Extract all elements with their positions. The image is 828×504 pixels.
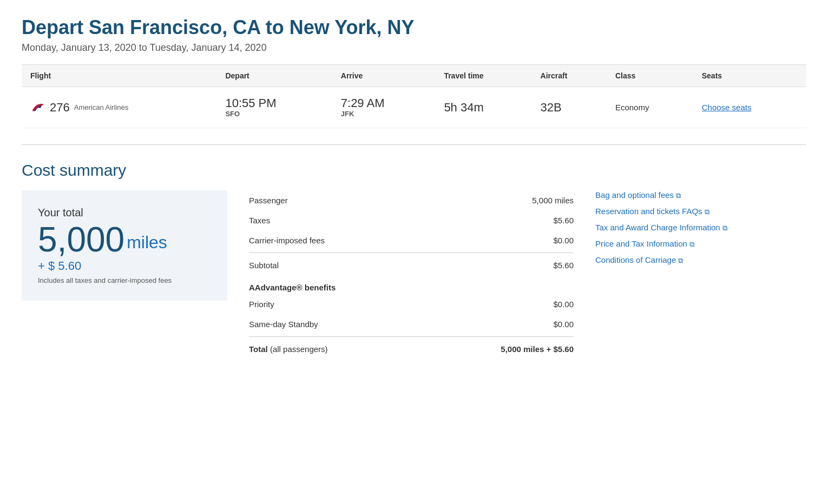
cost-summary-title: Cost summary [22, 161, 806, 180]
airline-logo-icon [30, 100, 45, 115]
col-class: Class [607, 65, 693, 87]
cost-row-standby: Same-day Standby $0.00 [249, 314, 574, 334]
total-value: 5,000 miles + $5.60 [501, 344, 574, 354]
cost-details: Passenger 5,000 miles Taxes $5.60 Carrie… [249, 190, 574, 359]
your-total-amount: 5,000miles [38, 222, 211, 257]
cost-summary-layout: Your total 5,000miles + $ 5.60 Includes … [22, 190, 806, 359]
external-link-icon-0: ⧉ [676, 191, 681, 200]
your-total-box: Your total 5,000miles + $ 5.60 Includes … [22, 190, 227, 301]
price-tax-info-link[interactable]: Price and Tax Information ⧉ [595, 239, 736, 249]
priority-label: Priority [249, 300, 274, 309]
flight-cell: 276 American Airlines [22, 87, 216, 128]
benefits-header: AAdvantage® benefits [249, 275, 574, 294]
airline-name: American Airlines [74, 103, 128, 111]
carrier-fees-value: $0.00 [553, 236, 574, 245]
depart-airport: SFO [225, 110, 323, 118]
passenger-value: 5,000 miles [532, 196, 574, 205]
your-total-plus-cash: + $ 5.60 [38, 259, 211, 273]
cost-and-links: Passenger 5,000 miles Taxes $5.60 Carrie… [249, 190, 806, 359]
priority-value: $0.00 [553, 300, 574, 309]
price-tax-info-label: Price and Tax Information [595, 239, 687, 248]
cost-row-carrier-fees: Carrier-imposed fees $0.00 [249, 230, 574, 250]
aircraft-cell: 32B [532, 87, 607, 128]
subtotal-value: $5.60 [553, 261, 574, 270]
passenger-label: Passenger [249, 196, 288, 205]
page-subtitle: Monday, January 13, 2020 to Tuesday, Jan… [22, 42, 806, 54]
tax-award-link[interactable]: Tax and Award Charge Information ⧉ [595, 223, 736, 233]
standby-value: $0.00 [553, 320, 574, 329]
links-column: Bag and optional fees ⧉ Reservation and … [595, 190, 736, 359]
arrive-time: 7:29 AM [341, 97, 427, 110]
col-aircraft: Aircraft [532, 65, 607, 87]
bag-fees-link[interactable]: Bag and optional fees ⧉ [595, 190, 736, 200]
bag-fees-label: Bag and optional fees [595, 190, 674, 200]
class-name: Economy [615, 103, 649, 112]
tax-award-label: Tax and Award Charge Information [595, 223, 720, 232]
total-label: Total (all passengers) [249, 344, 328, 354]
external-link-icon-3: ⧉ [689, 240, 694, 249]
cost-row-taxes: Taxes $5.60 [249, 210, 574, 230]
subtotal-label: Subtotal [249, 261, 279, 270]
your-total-label: Your total [38, 207, 211, 219]
total-qualifier: (all passengers) [270, 344, 328, 354]
class-cell: Economy [607, 87, 693, 128]
conditions-of-carriage-label: Conditions of Carriage [595, 255, 676, 264]
flight-number: 276 [50, 101, 70, 115]
col-arrive: Arrive [332, 65, 436, 87]
conditions-of-carriage-link[interactable]: Conditions of Carriage ⧉ [595, 255, 736, 265]
taxes-value: $5.60 [553, 216, 574, 225]
arrive-airport: JFK [341, 110, 427, 118]
col-seats: Seats [693, 65, 806, 87]
cost-row-total: Total (all passengers) 5,000 miles + $5.… [249, 339, 574, 359]
page-title: Depart San Francisco, CA to New York, NY [22, 16, 806, 39]
aircraft-code: 32B [541, 101, 562, 114]
reservation-faqs-link[interactable]: Reservation and tickets FAQs ⧉ [595, 207, 736, 216]
cost-row-passenger: Passenger 5,000 miles [249, 190, 574, 210]
your-total-note: Includes all taxes and carrier-imposed f… [38, 276, 211, 284]
cost-row-priority: Priority $0.00 [249, 294, 574, 314]
external-link-icon-4: ⧉ [678, 256, 683, 265]
seats-cell[interactable]: Choose seats [693, 87, 806, 128]
section-divider [22, 144, 806, 145]
standby-label: Same-day Standby [249, 320, 318, 329]
miles-word: miles [127, 233, 167, 252]
col-depart: Depart [216, 65, 332, 87]
col-flight: Flight [22, 65, 216, 87]
arrive-cell: 7:29 AM JFK [332, 87, 436, 128]
col-travel-time: Travel time [435, 65, 531, 87]
choose-seats-link[interactable]: Choose seats [702, 103, 752, 112]
carrier-fees-label: Carrier-imposed fees [249, 236, 325, 245]
reservation-faqs-label: Reservation and tickets FAQs [595, 207, 702, 216]
depart-time: 10:55 PM [225, 97, 323, 110]
travel-time-cell: 5h 34m [435, 87, 531, 128]
cost-divider-2 [249, 336, 574, 337]
miles-amount: 5,000 [38, 220, 124, 259]
flight-table: Flight Depart Arrive Travel time Aircraf… [22, 64, 806, 128]
travel-time: 5h 34m [444, 101, 483, 114]
taxes-label: Taxes [249, 216, 270, 225]
cost-divider-1 [249, 253, 574, 253]
depart-cell: 10:55 PM SFO [216, 87, 332, 128]
cost-row-subtotal: Subtotal $5.60 [249, 255, 574, 275]
external-link-icon-2: ⧉ [722, 224, 727, 233]
external-link-icon-1: ⧉ [705, 208, 709, 216]
table-row: 276 American Airlines 10:55 PM SFO 7:29 … [22, 87, 806, 128]
